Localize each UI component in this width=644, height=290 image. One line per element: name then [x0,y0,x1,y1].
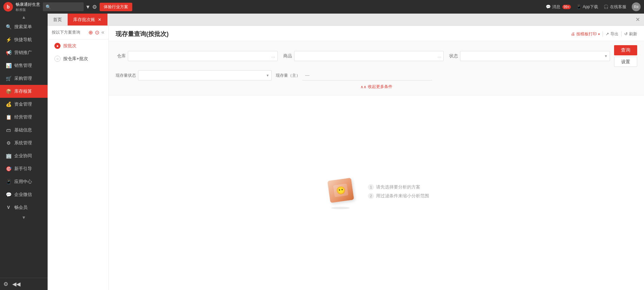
filter-panel-header: 按以下方案查询 ⊕ ⊙ « [48,26,108,39]
stock-status-select[interactable]: ▾ [138,70,272,80]
sidebar-bottom: ⚙ ◀◀ [0,278,48,290]
empty-illustration: 😶 [324,176,358,210]
search-form: 仓库 … 商品 … [109,41,644,95]
add-filter-icon[interactable]: ⊕ [88,29,93,36]
collapse-filter-icon[interactable]: « [101,29,104,36]
enterprise-icon: 🏢 [5,153,12,159]
stock-status-dropdown-icon: ▾ [267,73,269,78]
export-icon: ↗ [606,32,609,36]
sidebar-scroll-up[interactable]: ▲ [0,14,48,20]
sidebar-scroll-down[interactable]: ▼ [0,214,48,221]
app-logo: b [3,2,13,12]
page-title-actions: 🖨 按模板打印 ▾ ↗ 导出 ↺ 刷新 [571,31,637,37]
finance-icon: 💰 [5,101,12,107]
filter-option-warehouse-batch[interactable]: ○ 按仓库+批次 [48,52,108,65]
settings-icon[interactable]: ⚙ [3,281,8,287]
status-field: 状态 ▾ [448,51,610,61]
headset-icon: 🎧 [604,4,609,9]
refresh-button[interactable]: ↺ 刷新 [624,31,637,37]
search-menu-icon: 🔍 [5,24,12,30]
settings-button[interactable]: 设置 [614,57,637,67]
panel-close-icon[interactable]: ✕ [631,16,644,23]
main-content: 现存量查询(按批次) 🖨 按模板打印 ▾ ↗ 导出 [109,26,644,290]
warehouse-batch-filter-icon: ○ [54,56,61,62]
empty-state: 😶 1 请先选择要分析的方案 2 用过滤条件来缩小分析范围 [109,95,644,290]
empty-hint-1: 1 请先选择要分析的方案 [368,184,429,190]
sidebar-item-finance[interactable]: 💰 资金管理 [0,98,48,111]
query-button[interactable]: 查询 [614,45,637,55]
tab-close-icon[interactable]: ✕ [97,17,102,22]
main-layout: ▲ 🔍 搜索菜单 ⚡ 快捷导航 📢 营销推广 📊 销售管理 🛒 采购管理 📦 库… [0,14,644,290]
operation-icon: 📋 [5,114,12,120]
tab-batch[interactable]: 库存批次账 ✕ [68,14,108,25]
warehouse-input-wrapper[interactable]: … [128,51,278,61]
status-select[interactable]: ▾ [460,51,610,61]
filter-option-batch[interactable]: ● 按批次 [48,39,108,52]
filter-actions: ⊕ ⊙ « [88,29,104,36]
shortcut-icon: ⚡ [5,37,12,43]
trial-button[interactable]: 体验行业方案 [100,3,132,11]
collapse-btn[interactable]: ∧∧ 收起更多条件 [116,83,637,91]
purchase-icon: 🛒 [5,75,12,81]
toggle-icon[interactable]: ◀◀ [12,281,20,287]
search-icon: 🔍 [46,4,51,10]
message-item[interactable]: 💬 消息 99+ [546,4,571,10]
system-icon: ⚙ [5,140,12,146]
sidebar: ▲ 🔍 搜索菜单 ⚡ 快捷导航 📢 营销推广 📊 销售管理 🛒 采购管理 📦 库… [0,14,48,290]
appcenter-icon: 📱 [5,179,12,185]
print-button[interactable]: 🖨 按模板打印 ▾ [571,31,600,37]
content-area: 首页 库存批次账 ✕ ✕ 按以下方案查询 ⊕ ⊙ « [48,14,644,290]
sidebar-item-basic[interactable]: 🗃 基础信息 [0,124,48,137]
app-brand: 畅康通好生意 标准版 [16,2,40,12]
wechat-icon: 💬 [5,192,12,198]
goods-field: 商品 … [282,51,444,61]
print-icon: 🖨 [571,32,575,36]
status-dropdown-icon: ▾ [605,54,607,58]
topbar: b 畅康通好生意 标准版 🔍 ▾ ⚙ 体验行业方案 💬 消息 99+ 📱 App… [0,0,644,14]
print-dropdown-icon[interactable]: ▾ [598,32,600,36]
sidebar-item-shortcut[interactable]: ⚡ 快捷导航 [0,33,48,46]
sidebar-item-purchase[interactable]: 🛒 采购管理 [0,72,48,85]
basic-icon: 🗃 [5,127,12,133]
sidebar-item-inventory[interactable]: 📦 库存核算 [0,85,48,98]
sidebar-item-search[interactable]: 🔍 搜索菜单 [0,20,48,33]
sidebar-item-operation[interactable]: 📋 经营管理 [0,111,48,124]
filter-panel: 按以下方案查询 ⊕ ⊙ « ● 按批次 ○ 按仓库+批次 [48,26,109,290]
sidebar-item-member[interactable]: V 畅会员 [0,201,48,214]
stock-qty-field: 现存量（主） — [276,70,432,80]
sidebar-item-sales[interactable]: 📊 销售管理 [0,59,48,72]
tab-bar: 首页 库存批次账 ✕ ✕ [48,14,644,26]
download-icon: 📱 [576,4,581,9]
sidebar-item-marketing[interactable]: 📢 营销推广 [0,46,48,59]
warehouse-dots-icon[interactable]: … [271,54,275,58]
stock-qty-dash: — [305,73,309,78]
sidebar-item-enterprise[interactable]: 🏢 企业协同 [0,149,48,162]
sidebar-item-system[interactable]: ⚙ 系统管理 [0,137,48,149]
export-button[interactable]: ↗ 导出 [606,31,618,37]
stock-status-field: 现存量状态 ▾ [116,70,272,80]
goods-input-wrapper[interactable]: … [294,51,444,61]
goods-dots-icon[interactable]: … [437,54,441,58]
settings-filter-icon[interactable]: ⊙ [95,29,99,36]
empty-hints: 1 请先选择要分析的方案 2 用过滤条件来缩小分析范围 [368,184,429,202]
divider-2 [621,31,622,37]
warehouse-field: 仓库 … [116,51,278,61]
gear-icon[interactable]: ⚙ [92,4,97,10]
search-input[interactable] [52,4,80,9]
topbar-actions: 💬 消息 99+ 📱 App下载 🎧 在线客服 Rit [546,2,641,11]
app-download-item[interactable]: 📱 App下载 [576,4,598,10]
dropdown-icon[interactable]: ▾ [86,3,89,11]
inventory-icon: 📦 [5,88,12,94]
page-title-bar: 现存量查询(按批次) 🖨 按模板打印 ▾ ↗ 导出 [109,26,644,41]
online-service-item[interactable]: 🎧 在线客服 [604,4,626,10]
search-box[interactable]: 🔍 [43,2,84,11]
message-icon: 💬 [546,4,551,9]
sidebar-item-appcenter[interactable]: 📱 应用中心 [0,175,48,188]
warehouse-input[interactable] [130,51,270,61]
sidebar-item-wechat[interactable]: 💬 企业微信 [0,188,48,201]
sales-icon: 📊 [5,62,12,69]
goods-input[interactable] [296,51,436,61]
tab-home[interactable]: 首页 [48,14,68,25]
sidebar-item-newbie[interactable]: 🎯 新手引导 [0,162,48,175]
user-avatar[interactable]: Rit [632,2,641,11]
